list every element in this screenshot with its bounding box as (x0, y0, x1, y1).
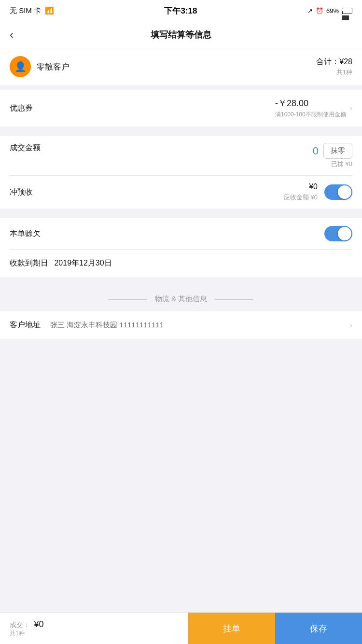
due-date-label: 收款到期日 (10, 259, 48, 267)
battery-percent: 69% (326, 7, 339, 14)
debt-section: 本单赊欠 收款到期日 2019年12月30日 (0, 218, 362, 277)
address-value: 张三 海淀永丰科技园 11111111111 (50, 321, 346, 330)
bottom-bar: 成交： ¥0 共1种 挂单 保存 (0, 612, 362, 644)
advance-amount: ¥0 (309, 182, 318, 191)
customer-section: 👤 零散客户 合计：¥28 共1种 (0, 48, 362, 85)
location-icon: ↗ (307, 7, 313, 14)
transaction-section: 成交金额 0 抹零 已抹 ¥0 冲预收 ¥0 应收金额 ¥0 (0, 136, 362, 209)
avatar-icon: 👤 (14, 61, 27, 72)
customer-count: 共1种 (316, 68, 352, 77)
coupon-value-container: -￥28.00 满1000-100不限制使用金额 (275, 98, 346, 119)
coupon-chevron-icon: › (350, 104, 352, 112)
logistics-label: 物流 & 其他信息 (155, 294, 207, 303)
wifi-icon: 📶 (45, 6, 54, 15)
section-divider-1 (0, 131, 362, 136)
alarm-icon: ⏰ (316, 7, 323, 14)
debt-row: 本单赊欠 (0, 218, 362, 249)
transaction-value-row: 0 抹零 (313, 143, 352, 159)
due-date-row: 收款到期日 2019年12月30日 (0, 250, 362, 277)
advance-row: 冲预收 ¥0 应收金额 ¥0 (0, 176, 362, 209)
battery-icon (342, 8, 352, 14)
save-button[interactable]: 保存 (275, 613, 362, 644)
bottom-left: 成交： ¥0 共1种 (0, 619, 188, 638)
back-icon: ‹ (10, 28, 14, 41)
coupon-label: 优惠券 (10, 103, 33, 113)
advance-label: 冲预收 (10, 187, 33, 197)
advance-sub: 应收金额 ¥0 (284, 193, 318, 202)
deal-label: 成交： (10, 621, 30, 629)
customer-left: 👤 零散客户 (10, 56, 70, 77)
content-area: 👤 零散客户 合计：¥28 共1种 优惠券 -￥28.00 满1000-100不… (0, 48, 362, 382)
address-chevron-icon: › (350, 321, 352, 330)
address-row[interactable]: 客户地址 张三 海淀永丰科技园 11111111111 › (0, 311, 362, 339)
transaction-row: 成交金额 0 抹零 已抹 ¥0 (0, 136, 362, 175)
hold-button[interactable]: 挂单 (188, 613, 275, 644)
coupon-row[interactable]: 优惠券 -￥28.00 满1000-100不限制使用金额 › (0, 90, 362, 126)
coupon-description: 满1000-100不限制使用金额 (275, 111, 346, 119)
transaction-label: 成交金额 (10, 143, 41, 153)
status-bar: 无 SIM 卡 📶 下午3:18 ↗ ⏰ 69% (0, 0, 362, 21)
coupon-amount: -￥28.00 (275, 98, 346, 109)
customer-row: 👤 零散客户 合计：¥28 共1种 (0, 48, 362, 85)
customer-avatar: 👤 (10, 56, 31, 77)
section-divider-3 (0, 282, 362, 287)
transaction-right: 0 抹零 已抹 ¥0 (313, 143, 352, 168)
status-time: 下午3:18 (164, 5, 197, 16)
round-zero-button[interactable]: 抹零 (323, 143, 352, 159)
hold-button-label: 挂单 (223, 623, 240, 634)
transaction-value: 0 (313, 145, 319, 157)
customer-name: 零散客户 (37, 61, 70, 72)
customer-right: 合计：¥28 共1种 (316, 57, 352, 77)
transaction-sub: 已抹 ¥0 (331, 160, 352, 168)
logistics-header: 物流 & 其他信息 (0, 287, 362, 311)
customer-total: 合计：¥28 (316, 57, 352, 67)
carrier-label: 无 SIM 卡 (10, 6, 41, 15)
toggle-knob (338, 185, 351, 199)
address-section: 客户地址 张三 海淀永丰科技园 11111111111 › (0, 311, 362, 339)
coupon-right: -￥28.00 满1000-100不限制使用金额 › (275, 98, 352, 119)
page-title: 填写结算等信息 (151, 29, 211, 41)
advance-toggle[interactable] (324, 184, 352, 200)
bottom-count: 共1种 (10, 630, 179, 638)
section-divider-2 (0, 213, 362, 218)
debt-toggle[interactable] (324, 226, 352, 241)
deal-amount: ¥0 (34, 619, 43, 630)
status-left: 无 SIM 卡 📶 (10, 6, 54, 15)
back-button[interactable]: ‹ (10, 28, 14, 42)
advance-right: ¥0 应收金额 ¥0 (284, 182, 318, 202)
save-button-label: 保存 (310, 623, 327, 634)
debt-toggle-knob (338, 227, 351, 240)
address-label: 客户地址 (10, 320, 41, 330)
due-date-value: 2019年12月30日 (54, 259, 111, 267)
nav-bar: ‹ 填写结算等信息 (0, 21, 362, 48)
debt-label: 本单赊欠 (10, 229, 41, 239)
coupon-section: 优惠券 -￥28.00 满1000-100不限制使用金额 › (0, 90, 362, 126)
status-right: ↗ ⏰ 69% (307, 7, 352, 14)
